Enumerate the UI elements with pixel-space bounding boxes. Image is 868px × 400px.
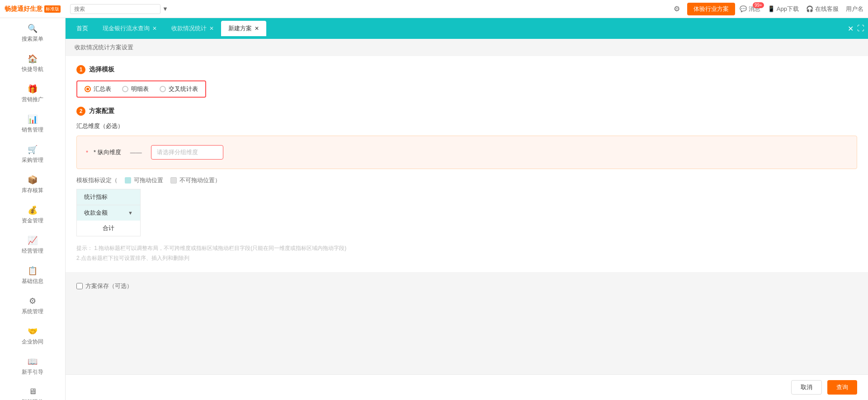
tab-cashflow-close[interactable]: ✕ [152, 25, 157, 32]
dimension-section-label: 汇总维度（必选） [76, 122, 857, 130]
base-info-icon: 📋 [28, 266, 38, 276]
template-radio-group: 汇总表 明细表 交叉统计表 [76, 80, 206, 98]
tab-expand-icon[interactable]: ⛶ [857, 24, 864, 33]
required-star: * [86, 149, 88, 156]
tips-section: 提示： 1.拖动标题栏可以调整布局，不可跨维度或指标区域拖动栏目字段(只能在同一… [76, 244, 857, 263]
radio-cross[interactable]: 交叉统计表 [160, 85, 198, 93]
sidebar-label-purchase: 采购管理 [22, 156, 43, 164]
search-icon: 🔍 [28, 24, 38, 33]
indicators-table: 统计指标 收款金额 ▼ 合计 [76, 189, 141, 236]
amount-dropdown-icon[interactable]: ▼ [128, 210, 133, 216]
search-input[interactable] [70, 4, 160, 14]
radio-detail[interactable]: 明细表 [122, 85, 149, 93]
sidebar-item-search[interactable]: 🔍 搜索菜单 [0, 18, 65, 48]
dimension-row: * * 纵向维度 —— 请选择分组维度 [86, 145, 848, 160]
sidebar-item-enterprise[interactable]: 🤝 企业协同 [0, 321, 65, 351]
tab-bar: 首页 现金银行流水查询 ✕ 收款情况统计 ✕ 新建方案 ✕ ✕ ⛶ [66, 18, 868, 39]
online-support-link[interactable]: 🎧 在线客服 [806, 5, 839, 13]
sidebar-label-inventory: 库存核算 [22, 187, 43, 194]
tip-2: 2.点击标题栏下拉可设置排序、插入列和删除列 [76, 254, 857, 264]
main-layout: 🔍 搜索菜单 🏠 快捷导航 🎁 营销推广 📊 销售管理 🛒 采购管理 📦 库存核… [0, 18, 868, 400]
sidebar-item-marketing[interactable]: 🎁 营销推广 [0, 79, 65, 109]
tab-new-plan[interactable]: 新建方案 ✕ [221, 21, 266, 36]
marketing-icon: 🎁 [28, 84, 38, 94]
save-checkbox[interactable] [76, 283, 83, 289]
user-name[interactable]: 用户名 [846, 5, 863, 13]
sidebar-item-finance[interactable]: 💰 资金管理 [0, 200, 65, 230]
legend-fixed: 不可拖动位置） [170, 176, 221, 184]
operations-icon: 📈 [28, 235, 38, 245]
page-content: 收款情况统计方案设置 1 选择模板 汇总表 [66, 39, 868, 374]
sidebar-item-inventory[interactable]: 📦 库存核算 [0, 169, 65, 200]
content-area: 首页 现金银行流水查询 ✕ 收款情况统计 ✕ 新建方案 ✕ ✕ ⛶ 收款情况统计… [66, 18, 868, 400]
sidebar-label-guide: 新手引导 [22, 368, 43, 376]
step2-badge: 2 [76, 107, 85, 116]
sidebar-item-sales[interactable]: 📊 销售管理 [0, 109, 65, 139]
indicators-label-row: 模板指标设定（ 可拖动位置 不可拖动位置） [76, 176, 857, 184]
search-area: ▼ [70, 4, 674, 14]
save-label: 方案保存（可选） [85, 282, 132, 290]
subtotal-row: 合计 [77, 221, 140, 236]
amount-indicator-row[interactable]: 收款金额 ▼ [77, 205, 140, 221]
enterprise-icon: 🤝 [28, 326, 38, 336]
legend-draggable: 可拖动位置 [125, 176, 163, 184]
sidebar-item-guide[interactable]: 📖 新手引导 [0, 351, 65, 381]
tab-new-plan-label: 新建方案 [228, 24, 252, 33]
breadcrumb: 收款情况统计方案设置 [66, 39, 868, 56]
sidebar-item-base-info[interactable]: 📋 基础信息 [0, 260, 65, 291]
app-download-link[interactable]: 📱 App下载 [768, 5, 799, 13]
gear-icon[interactable]: ⚙ [674, 5, 680, 13]
indicators-section: 模板指标设定（ 可拖动位置 不可拖动位置） [76, 176, 857, 236]
step1-badge: 1 [76, 65, 85, 74]
sidebar-item-purchase[interactable]: 🛒 采购管理 [0, 139, 65, 169]
cancel-button[interactable]: 取消 [791, 380, 822, 395]
indicators-label: 模板指标设定（ [76, 176, 118, 184]
notification-badge: 99+ [753, 2, 764, 8]
dimension-area: * * 纵向维度 —— 请选择分组维度 [76, 136, 857, 169]
legend-fixed-box [170, 177, 177, 184]
tab-receipts-close[interactable]: ✕ [209, 25, 214, 32]
tab-receipts[interactable]: 收款情况统计 ✕ [164, 21, 221, 36]
vertical-dimension-label: * 纵向维度 [94, 148, 121, 156]
step1-header: 1 选择模板 [76, 65, 857, 74]
radio-summary[interactable]: 汇总表 [85, 85, 111, 93]
sidebar-label-marketing: 营销推广 [22, 96, 43, 104]
sidebar-label-nav: 快捷导航 [22, 66, 43, 73]
step2-section: 2 方案配置 汇总维度（必选） * * 纵向维度 —— 请选择分组维度 [76, 107, 857, 263]
radio-dot-detail [122, 86, 128, 92]
step2-title: 方案配置 [89, 107, 114, 115]
sidebar-item-system[interactable]: ⚙ 系统管理 [0, 291, 65, 321]
logo-badge: 标准版 [44, 5, 61, 13]
logo-area: 畅捷通好生意 标准版 [5, 5, 70, 13]
tab-cashflow[interactable]: 现金银行流水查询 ✕ [95, 21, 164, 36]
group-dimension-select[interactable]: 请选择分组维度 [151, 145, 223, 160]
tab-new-plan-close[interactable]: ✕ [255, 25, 259, 32]
sidebar-label-finance: 资金管理 [22, 217, 43, 225]
search-dropdown-icon[interactable]: ▼ [162, 5, 168, 12]
sidebar: 🔍 搜索菜单 🏠 快捷导航 🎁 营销推广 📊 销售管理 🛒 采购管理 📦 库存核… [0, 18, 66, 400]
bottom-action-bar: 取消 查询 [66, 374, 868, 400]
page-footer: 方案保存（可选） [66, 277, 868, 296]
tab-cashflow-label: 现金银行流水查询 [103, 24, 150, 33]
sidebar-label-base-info: 基础信息 [22, 278, 43, 285]
sidebar-item-nav[interactable]: 🏠 快捷导航 [0, 48, 65, 79]
tab-receipts-label: 收款情况统计 [171, 24, 207, 33]
step1-section: 1 选择模板 汇总表 明细表 [76, 65, 857, 98]
form-card: 1 选择模板 汇总表 明细表 [66, 56, 868, 272]
tab-close-window-icon[interactable]: ✕ [848, 24, 854, 33]
stat-indicator-header: 统计指标 [77, 189, 140, 205]
purchase-icon: 🛒 [28, 145, 38, 155]
legend-draggable-label: 可拖动位置 [134, 176, 163, 184]
sidebar-label-search: 搜索菜单 [22, 35, 43, 43]
stat-label: 统计指标 [84, 193, 108, 201]
sidebar-item-operations[interactable]: 📈 经营管理 [0, 230, 65, 260]
trial-button[interactable]: 体验行业方案 [687, 3, 735, 15]
notification-icon[interactable]: 💬 消息 99+ [740, 5, 760, 13]
tab-home[interactable]: 首页 [69, 21, 95, 36]
legend-fixed-label: 不可拖动位置） [179, 176, 221, 184]
top-bar-actions: ⚙ 体验行业方案 [674, 3, 735, 15]
arrow-icon: —— [130, 149, 142, 156]
save-option[interactable]: 方案保存（可选） [76, 282, 857, 290]
query-button[interactable]: 查询 [827, 380, 857, 395]
sidebar-item-hardware[interactable]: 🖥 智能硬件 [0, 381, 65, 400]
